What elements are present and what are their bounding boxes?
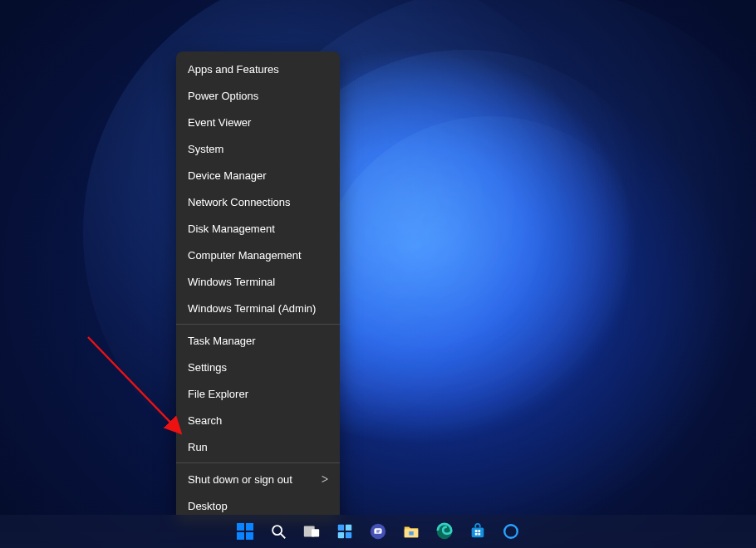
menu-item-computer-management[interactable]: Computer Management bbox=[176, 242, 340, 268]
task-view-button[interactable] bbox=[297, 517, 326, 546]
menu-item-label: Shut down or sign out bbox=[188, 473, 292, 486]
edge-icon bbox=[435, 522, 454, 541]
menu-item-label: Apps and Features bbox=[188, 63, 279, 76]
menu-item-task-manager[interactable]: Task Manager bbox=[176, 327, 340, 354]
widgets-icon bbox=[336, 522, 354, 541]
menu-item-device-manager[interactable]: Device Manager bbox=[176, 162, 340, 188]
menu-item-windows-terminal[interactable]: Windows Terminal bbox=[176, 268, 340, 295]
menu-item-label: Task Manager bbox=[188, 335, 256, 347]
menu-item-label: Windows Terminal bbox=[188, 276, 275, 288]
menu-item-label: Windows Terminal (Admin) bbox=[188, 302, 316, 315]
menu-item-file-explorer[interactable]: File Explorer bbox=[176, 380, 340, 407]
svg-rect-18 bbox=[475, 533, 478, 536]
search-icon bbox=[269, 522, 287, 541]
store-icon bbox=[469, 522, 487, 541]
menu-item-label: Disk Management bbox=[188, 223, 275, 235]
menu-item-settings[interactable]: Settings bbox=[176, 354, 340, 380]
menu-item-search[interactable]: Search bbox=[176, 407, 340, 433]
edge-button[interactable] bbox=[430, 517, 459, 546]
widgets-button[interactable] bbox=[331, 517, 359, 546]
menu-item-label: Power Options bbox=[188, 90, 258, 102]
svg-rect-5 bbox=[338, 525, 344, 531]
menu-separator bbox=[176, 462, 340, 463]
menu-item-label: File Explorer bbox=[188, 388, 248, 400]
desktop-wallpaper bbox=[0, 0, 756, 548]
chat-button[interactable] bbox=[364, 517, 392, 546]
menu-item-shut-down-or-sign-out[interactable]: Shut down or sign out ᐳ bbox=[176, 466, 340, 492]
svg-rect-6 bbox=[346, 525, 351, 531]
menu-separator bbox=[176, 324, 340, 325]
task-view-icon bbox=[302, 522, 321, 541]
svg-line-2 bbox=[281, 534, 286, 539]
cortana-button[interactable] bbox=[497, 517, 525, 546]
circle-icon bbox=[502, 522, 520, 541]
svg-point-20 bbox=[504, 525, 518, 538]
svg-rect-4 bbox=[312, 529, 319, 536]
svg-rect-10 bbox=[376, 530, 380, 531]
svg-rect-16 bbox=[475, 530, 478, 532]
menu-item-label: Desktop bbox=[188, 500, 228, 512]
menu-item-label: Search bbox=[188, 414, 222, 427]
svg-rect-19 bbox=[478, 533, 480, 536]
menu-item-event-viewer[interactable]: Event Viewer bbox=[176, 109, 340, 135]
menu-item-network-connections[interactable]: Network Connections bbox=[176, 188, 340, 215]
menu-item-label: Network Connections bbox=[188, 196, 291, 208]
svg-point-1 bbox=[272, 526, 282, 535]
taskbar bbox=[0, 515, 756, 548]
svg-rect-8 bbox=[346, 532, 351, 538]
menu-item-label: Settings bbox=[188, 361, 227, 374]
winx-menu: Apps and Features Power Options Event Vi… bbox=[176, 51, 340, 523]
file-explorer-button[interactable] bbox=[397, 517, 425, 546]
svg-rect-11 bbox=[376, 531, 379, 532]
menu-item-system[interactable]: System bbox=[176, 135, 340, 162]
menu-item-power-options[interactable]: Power Options bbox=[176, 82, 340, 109]
start-icon bbox=[237, 523, 253, 540]
chevron-right-icon: ᐳ bbox=[322, 474, 328, 485]
chat-icon bbox=[369, 522, 387, 541]
menu-item-disk-management[interactable]: Disk Management bbox=[176, 215, 340, 242]
menu-item-label: Event Viewer bbox=[188, 116, 251, 129]
menu-item-run[interactable]: Run bbox=[176, 433, 340, 460]
svg-rect-7 bbox=[338, 532, 344, 538]
start-button[interactable] bbox=[231, 517, 259, 546]
search-button[interactable] bbox=[264, 517, 292, 546]
menu-item-label: Device Manager bbox=[188, 169, 267, 182]
menu-item-label: System bbox=[188, 143, 223, 155]
menu-item-apps-features[interactable]: Apps and Features bbox=[176, 56, 340, 82]
menu-item-label: Run bbox=[188, 441, 208, 453]
menu-item-label: Computer Management bbox=[188, 249, 302, 262]
svg-rect-17 bbox=[478, 530, 480, 532]
svg-rect-15 bbox=[472, 527, 484, 537]
folder-icon bbox=[402, 522, 420, 541]
menu-item-windows-terminal-admin[interactable]: Windows Terminal (Admin) bbox=[176, 295, 340, 321]
svg-rect-13 bbox=[409, 531, 414, 536]
store-button[interactable] bbox=[464, 517, 492, 546]
